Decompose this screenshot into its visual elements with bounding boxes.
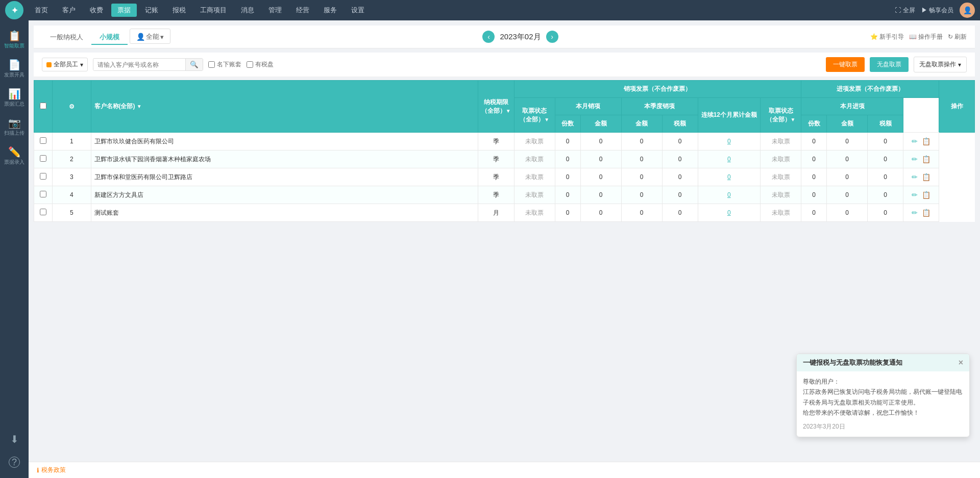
nav-operation[interactable]: 经营 (290, 4, 315, 17)
select-all-checkbox[interactable] (40, 103, 46, 109)
sidebar-item-summary[interactable]: 📊 票据汇总 (0, 84, 29, 113)
nav-customer[interactable]: 客户 (56, 4, 82, 17)
row-view-btn[interactable]: 📋 (921, 154, 932, 164)
nav-manage[interactable]: 管理 (262, 4, 288, 17)
row-sales-status: 未取票 (514, 186, 555, 204)
row-purchase-month-amount: 0 (827, 204, 868, 222)
row-sales-month-count: 0 (555, 150, 580, 168)
row-sales-quarter-amount: 0 (621, 150, 662, 168)
row-checkbox[interactable] (40, 209, 46, 215)
employee-select[interactable]: 全部员工 ▾ (42, 58, 88, 71)
row-edit-btn[interactable]: ✏ (911, 190, 919, 200)
nav-bookkeeping[interactable]: 记账 (139, 4, 164, 17)
row-customer-name: 卫辉市保和堂医药有限公司卫辉路店 (91, 168, 478, 186)
no-disk-ticket-btn[interactable]: 无盘取票 (870, 57, 909, 72)
tab-small-scale[interactable]: 小规模 (91, 30, 128, 45)
nav-message[interactable]: 消息 (235, 4, 260, 17)
no-disk-ops-btn[interactable]: 无盘取票操作 ▾ (914, 57, 967, 72)
invoice-open-icon: 📄 (8, 60, 21, 70)
row-edit-btn[interactable]: ✏ (911, 172, 919, 182)
vip-btn[interactable]: ▶ 畅享会员 (921, 6, 953, 15)
row-edit-btn[interactable]: ✏ (911, 136, 919, 146)
row-num: 4 (53, 186, 91, 204)
tax-disk-checkbox-label[interactable]: 有税盘 (247, 60, 274, 69)
fullscreen-btn[interactable]: ⛶ 全屏 (895, 6, 915, 15)
row-sales-month-count: 0 (555, 186, 580, 204)
tab-general-taxpayer[interactable]: 一般纳税人 (42, 30, 91, 45)
row-sales-status: 未取票 (514, 168, 555, 186)
row-edit-btn[interactable]: ✏ (911, 208, 919, 218)
th-period: 纳税期限（全部）▼ (478, 81, 514, 133)
tax-disk-checkbox[interactable] (247, 61, 253, 68)
table-row: 2 卫辉市汲水镇下园润香烟薯木种植家庭农场 季 未取票 0 0 0 0 0 未取… (34, 150, 975, 168)
nav-tax[interactable]: 报税 (166, 4, 192, 17)
prev-month-btn[interactable]: ‹ (482, 31, 495, 43)
entry-icon: ✏️ (8, 147, 21, 157)
search-button[interactable]: 🔍 (185, 59, 203, 70)
sub-account-checkbox[interactable] (208, 61, 215, 68)
top-nav: ✦ 首页 客户 收费 票据 记账 报税 工商项目 消息 管理 经营 服务 设置 … (0, 0, 980, 20)
search-input[interactable] (93, 59, 185, 70)
row-checkbox-cell (34, 186, 53, 204)
row-checkbox[interactable] (40, 173, 46, 180)
nav-fee[interactable]: 收费 (84, 4, 109, 17)
row-num: 1 (53, 133, 91, 150)
sidebar-item-invoice-open[interactable]: 📄 发票开具 (0, 55, 29, 84)
sidebar-item-entry[interactable]: ✏️ 票据录入 (0, 142, 29, 171)
th-action: 操作 (939, 81, 975, 133)
row-checkbox[interactable] (40, 137, 46, 144)
sidebar-label-smart-ticket: 智能取票 (4, 42, 24, 49)
row-view-btn[interactable]: 📋 (921, 172, 932, 182)
row-view-btn[interactable]: 📋 (921, 136, 932, 146)
next-month-btn[interactable]: › (546, 31, 558, 43)
th-purchase-status: 取票状态（全部）▼ (761, 98, 801, 133)
row-customer-name: 测试账套 (91, 204, 478, 222)
sub-account-checkbox-label[interactable]: 名下账套 (208, 60, 241, 69)
row-sales-quarter-tax: 0 (662, 168, 698, 186)
smart-ticket-icon: 📋 (8, 31, 21, 41)
row-checkbox-cell (34, 204, 53, 222)
user-avatar[interactable]: 👤 (960, 3, 975, 18)
bottom-bar: ℹ 税务政策 (29, 462, 980, 478)
nav-service[interactable]: 服务 (317, 4, 343, 17)
row-purchase-month-tax: 0 (868, 168, 903, 186)
manual-btn[interactable]: 📖 操作手册 (909, 33, 943, 41)
employee-label: 全部员工 (54, 60, 78, 69)
row-period: 季 (478, 133, 514, 150)
sidebar-bottom: ⬇ ? (0, 429, 29, 478)
nav-invoice[interactable]: 票据 (111, 4, 137, 17)
sidebar-item-smart-ticket[interactable]: 📋 智能取票 (0, 26, 29, 55)
one-click-ticket-btn[interactable]: 一键取票 (826, 57, 865, 72)
row-sales-month-amount: 0 (580, 186, 621, 204)
tax-policy-link[interactable]: ℹ 税务政策 (37, 466, 66, 474)
row-purchase-status: 未取票 (761, 168, 801, 186)
nav-settings[interactable]: 设置 (345, 4, 371, 17)
th-cumul: 连续12个月累计金额 (698, 98, 760, 133)
row-sales-month-count: 0 (555, 133, 580, 150)
row-sales-quarter-tax: 0 (662, 186, 698, 204)
row-view-btn[interactable]: 📋 (921, 190, 932, 200)
row-sales-status: 未取票 (514, 133, 555, 150)
nav-home[interactable]: 首页 (29, 4, 54, 17)
row-checkbox[interactable] (40, 191, 46, 197)
notification-close-btn[interactable]: × (959, 359, 963, 367)
row-view-btn[interactable]: 📋 (921, 208, 932, 218)
refresh-btn[interactable]: ↻ 刷新 (948, 33, 967, 41)
th-sales-group: 销项发票（不合作废票） (514, 81, 801, 98)
row-edit-btn[interactable]: ✏ (911, 154, 919, 164)
row-sales-quarter-amount: 0 (621, 186, 662, 204)
guide-btn[interactable]: ⭐ 新手引导 (870, 33, 904, 41)
notification-date: 2023年3月20日 (803, 421, 963, 432)
employee-dropdown-icon: ▾ (80, 61, 83, 68)
tab-all[interactable]: 👤 全能 ▾ (130, 29, 170, 44)
row-checkbox[interactable] (40, 155, 46, 162)
row-action-cell: ✏ 📋 (903, 168, 939, 186)
row-action-cell: ✏ 📋 (903, 133, 939, 150)
app-logo: ✦ (5, 1, 23, 19)
sidebar-help[interactable]: ? (0, 451, 29, 473)
sidebar-item-scan[interactable]: 📷 扫描上传 (0, 113, 29, 142)
nav-business[interactable]: 工商项目 (194, 4, 233, 17)
row-sales-month-count: 0 (555, 168, 580, 186)
sidebar-download[interactable]: ⬇ (0, 429, 29, 449)
row-sales-cumul: 0 (698, 133, 760, 150)
